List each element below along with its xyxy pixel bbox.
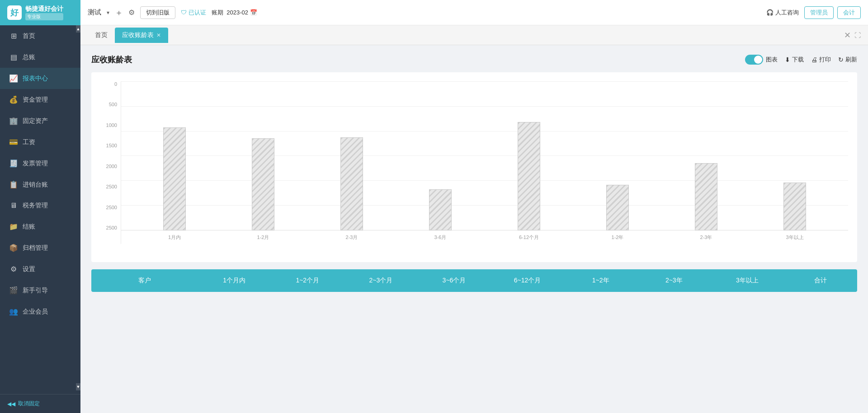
closing-icon: 📁 [9,222,18,231]
tax-icon: 🖥 [9,202,18,210]
pin-icon: ◀◀ [7,401,15,407]
bar-1-2year [606,185,629,230]
add-project-button[interactable]: ＋ [115,7,123,18]
app-logo-text: 畅捷通好会计 专业版 [25,5,63,21]
sidebar-item-extra[interactable]: 👥 企业会员 [0,301,80,322]
col-2-3year: 2~3年 [637,269,711,292]
tab-ar-aging[interactable]: 应收账龄表 ✕ [115,28,168,43]
ledger-icon: ▤ [9,53,18,61]
page-actions: 图表 ⬇ 下载 🖨 打印 ↻ 刷新 [745,55,857,65]
tabbar: 首页 应收账龄表 ✕ ✕ ⛶ [80,25,868,45]
sidebar-item-ledger[interactable]: ▤ 总账 [0,47,80,68]
download-icon: ⬇ [785,56,790,63]
chart-plot: 1月内 1-2月 2-3月 3-6月 6-12个月 1-2年 2-3年 3年以上 [121,81,848,244]
main-content: 测试 ▾ ＋ ⚙ 切到旧版 🛡 已认证 账期 2023-02 📅 🎧 人工咨询 … [80,0,868,413]
ar-aging-table: 客户 1个月内 1~2个月 2~3个月 3~6个月 6~12个月 1~2年 2~… [91,269,857,292]
print-button[interactable]: 🖨 打印 [811,56,831,64]
chart-inner: 2500 2500 2500 2000 1500 1000 500 0 [100,81,848,244]
sidebar-scroll-down[interactable]: ▼ [76,383,80,390]
page-title: 应收账龄表 [91,54,132,65]
sidebar-item-guide[interactable]: 🎬 新手引导 [0,280,80,301]
sidebar-nav: ⊞ 首页 ▤ 总账 📈 报表中心 💰 资金管理 🏢 固定资产 💳 工资 🧾 发票… [0,25,80,394]
print-icon: 🖨 [811,56,817,63]
project-dropdown-icon[interactable]: ▾ [107,9,109,16]
page-content: 应收账龄表 图表 ⬇ 下载 🖨 打印 ↻ 刷新 [80,45,868,413]
settings-icon: ⚙ [9,265,18,273]
chart-container: 2500 2500 2500 2000 1500 1000 500 0 [91,72,857,262]
extra-icon: 👥 [9,307,18,316]
settings-button[interactable]: ⚙ [128,8,135,17]
switch-version-button[interactable]: 切到旧版 [140,6,175,19]
col-2-3month: 2~3个月 [344,269,417,292]
bar-6-12month [518,122,540,230]
download-button[interactable]: ⬇ 下载 [785,56,804,64]
invoice-icon: 🧾 [9,159,18,168]
window-expand-icon[interactable]: ⛶ [854,32,861,39]
col-total: 合计 [784,269,857,292]
bar-2-3year [695,163,717,230]
accountant-button[interactable]: 会计 [837,6,861,19]
window-close-icon[interactable]: ✕ [844,30,851,40]
sidebar-pin-toggle[interactable]: ◀◀ 取消固定 [0,394,80,413]
reports-icon: 📈 [9,74,18,83]
col-1-2year: 1~2年 [564,269,637,292]
table-header: 客户 1个月内 1~2个月 2~3个月 3~6个月 6~12个月 1~2年 2~… [91,269,857,292]
chart-grid-area: 1月内 1-2月 2-3月 3-6月 6-12个月 1-2年 2-3年 3年以上 [121,81,848,244]
payroll-icon: 💳 [9,138,18,146]
archive-icon: 📦 [9,244,18,252]
sidebar-item-invoice[interactable]: 🧾 发票管理 [0,153,80,174]
tab-close-icon[interactable]: ✕ [156,32,161,38]
col-3plus-year: 3年以上 [711,269,784,292]
app-logo-icon: 好 [7,5,22,20]
funds-icon: 💰 [9,95,18,104]
sidebar: 好 畅捷通好会计 专业版 ▲ ⊞ 首页 ▤ 总账 📈 报表中心 💰 资金管理 🏢… [0,0,80,413]
sidebar-item-reports[interactable]: 📈 报表中心 [0,68,80,89]
bar-2-3month [340,137,363,230]
chart-y-axis: 2500 2500 2500 2000 1500 1000 500 0 [100,81,121,244]
purchases-icon: 📋 [9,180,18,189]
col-6-12month: 6~12个月 [491,269,564,292]
refresh-button[interactable]: ↻ 刷新 [838,56,857,64]
bar-3-6month [429,189,452,230]
topbar-user-actions: 管理员 会计 [804,6,861,19]
col-3-6month: 3~6个月 [417,269,491,292]
period-label: 账期 2023-02 📅 [212,9,257,17]
toggle-track[interactable] [745,55,763,65]
bar-1month [163,127,186,230]
sidebar-item-fixed-assets[interactable]: 🏢 固定资产 [0,110,80,131]
shield-icon: 🛡 [181,9,187,16]
sidebar-item-payroll[interactable]: 💳 工资 [0,131,80,153]
fixed-assets-icon: 🏢 [9,117,18,125]
sidebar-item-closing[interactable]: 📁 结账 [0,216,80,237]
topbar: 测试 ▾ ＋ ⚙ 切到旧版 🛡 已认证 账期 2023-02 📅 🎧 人工咨询 … [80,0,868,25]
page-header: 应收账龄表 图表 ⬇ 下载 🖨 打印 ↻ 刷新 [91,54,857,65]
sidebar-logo: 好 畅捷通好会计 专业版 [0,0,80,25]
sidebar-item-funds[interactable]: 💰 资金管理 [0,89,80,110]
bar-1-2month [252,138,274,230]
chart-toggle[interactable]: 图表 [745,55,778,65]
project-name: 测试 [88,8,101,17]
headset-icon: 🎧 [766,9,774,16]
help-button[interactable]: 🎧 人工咨询 [766,9,799,17]
guide-icon: 🎬 [9,286,18,295]
home-icon: ⊞ [9,32,18,40]
refresh-icon: ↻ [838,56,844,63]
sidebar-item-settings[interactable]: ⚙ 设置 [0,258,80,280]
sidebar-item-purchases[interactable]: 📋 进销台账 [0,174,80,195]
col-1-2month: 1~2个月 [271,269,344,292]
sidebar-scroll-up[interactable]: ▲ [76,25,80,33]
user-button[interactable]: 管理员 [804,6,834,19]
tab-home[interactable]: 首页 [88,28,115,43]
col-customer: 客户 [91,269,198,292]
sidebar-item-archive[interactable]: 📦 归档管理 [0,237,80,258]
toggle-thumb [754,56,762,64]
sidebar-item-tax[interactable]: 🖥 税务管理 [0,195,80,216]
certified-badge: 🛡 已认证 [181,9,206,17]
chart-x-labels: 1月内 1-2月 2-3月 3-6月 6-12个月 1-2年 2-3年 3年以上 [121,230,848,244]
col-1month: 1个月内 [198,269,271,292]
chart-bars [121,69,848,230]
bar-3plus-year [783,183,806,230]
sidebar-item-home[interactable]: ⊞ 首页 [0,25,80,47]
